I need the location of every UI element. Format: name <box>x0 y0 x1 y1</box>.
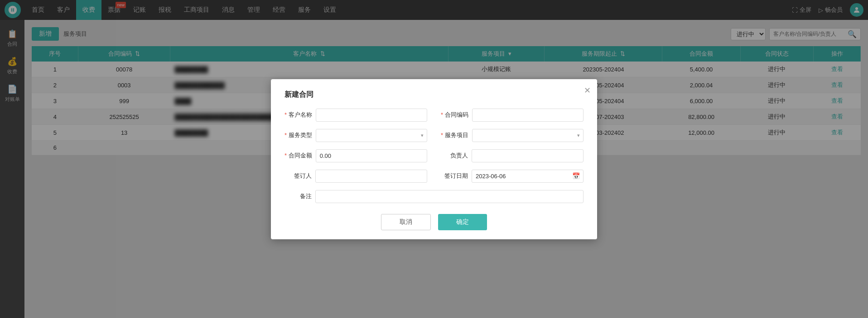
responsible-row: 负责人 <box>441 149 583 162</box>
service-item-select[interactable] <box>472 129 583 142</box>
responsible-input[interactable] <box>472 149 583 162</box>
service-item-row: 服务项目 ▾ <box>441 129 583 142</box>
signer-label: 签订人 <box>285 172 312 180</box>
new-contract-modal: 新建合同 ✕ 客户名称 合同编码 服务类型 ▾ <box>271 79 597 239</box>
sign-date-input[interactable] <box>472 170 583 183</box>
contract-no-row: 合同编码 <box>441 109 583 122</box>
confirm-button[interactable]: 确定 <box>438 214 487 230</box>
signer-row: 签订人 <box>285 170 427 183</box>
service-item-select-wrap: ▾ <box>472 129 583 142</box>
amount-row: 合同金额 <box>285 149 427 162</box>
cancel-button[interactable]: 取消 <box>381 214 431 230</box>
modal-overlay: 新建合同 ✕ 客户名称 合同编码 服务类型 ▾ <box>0 0 868 318</box>
sign-date-row: 签订日期 📅 <box>441 170 583 183</box>
sign-date-label: 签订日期 <box>441 172 468 180</box>
service-type-select[interactable] <box>316 129 427 142</box>
contract-no-input[interactable] <box>472 109 583 122</box>
signer-input[interactable] <box>315 170 427 183</box>
sign-date-wrap: 📅 <box>472 170 583 183</box>
modal-title: 新建合同 <box>285 90 583 100</box>
responsible-label: 负责人 <box>441 152 468 160</box>
service-type-row: 服务类型 ▾ <box>285 129 427 142</box>
close-icon[interactable]: ✕ <box>584 85 591 95</box>
service-item-label: 服务项目 <box>441 131 468 139</box>
contract-no-label: 合同编码 <box>441 111 468 119</box>
remark-label: 备注 <box>285 192 312 200</box>
customer-name-label: 客户名称 <box>285 111 312 119</box>
modal-footer: 取消 确定 <box>285 214 583 230</box>
form-grid: 客户名称 合同编码 服务类型 ▾ 服务项目 <box>285 109 583 203</box>
calendar-icon[interactable]: 📅 <box>572 172 580 180</box>
customer-name-row: 客户名称 <box>285 109 427 122</box>
amount-input[interactable] <box>316 149 427 162</box>
remark-row: 备注 <box>285 190 583 203</box>
remark-input[interactable] <box>315 190 583 203</box>
service-type-select-wrap: ▾ <box>316 129 427 142</box>
service-type-label: 服务类型 <box>285 131 312 139</box>
amount-label: 合同金额 <box>285 152 312 160</box>
customer-name-input[interactable] <box>316 109 427 122</box>
